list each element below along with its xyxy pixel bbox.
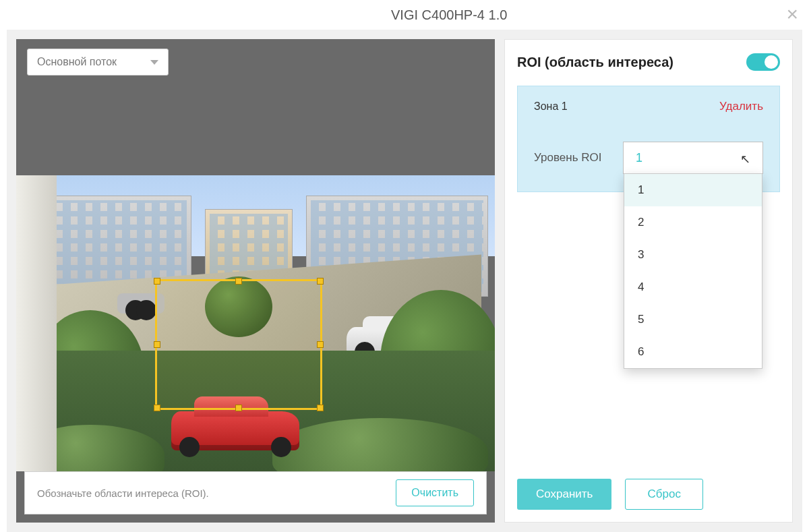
stream-select-label: Основной поток: [37, 56, 117, 68]
roi-level-dropdown: 1 2 3 4 5 6: [624, 173, 762, 369]
video-panel: Основной поток: [16, 39, 495, 523]
window-title: VIGI C400HP-4 1.0: [391, 7, 661, 23]
chevron-down-icon: [150, 60, 158, 65]
save-button[interactable]: Сохранить: [517, 479, 611, 510]
roi-level-option[interactable]: 3: [624, 239, 762, 271]
clear-button[interactable]: Очистить: [396, 479, 474, 506]
roi-handle[interactable]: [317, 341, 324, 348]
roi-level-select[interactable]: 1 ↖ 1 2 3 4 5 6: [623, 142, 763, 174]
roi-handle[interactable]: [317, 405, 324, 411]
roi-level-option[interactable]: 5: [624, 303, 762, 336]
zone-delete-link[interactable]: Удалить: [719, 100, 763, 113]
roi-handle[interactable]: [154, 405, 160, 411]
reset-button[interactable]: Сброс: [625, 479, 702, 510]
roi-selection-box[interactable]: [155, 279, 322, 410]
roi-handle[interactable]: [235, 278, 242, 285]
stream-select[interactable]: Основной поток: [27, 49, 169, 76]
cursor-icon: ↖: [740, 152, 750, 167]
settings-title: ROI (область интереса): [517, 55, 673, 70]
roi-level-value: 1: [636, 151, 642, 165]
hint-bar: Обозначьте области интереса (ROI). Очист…: [24, 471, 487, 514]
roi-level-label: Уровень ROI: [534, 151, 608, 165]
settings-header: ROI (область интереса): [517, 53, 780, 71]
toggle-knob: [765, 55, 778, 69]
footer-buttons: Сохранить Сброс: [517, 479, 780, 510]
zone-name: Зона 1: [534, 100, 568, 113]
zone-card: Зона 1 Удалить Уровень ROI 1 ↖ 1 2 3 4 5…: [517, 86, 780, 192]
roi-toggle[interactable]: [746, 53, 780, 71]
title-bar: VIGI C400HP-4 1.0 ×: [0, 0, 809, 30]
roi-handle[interactable]: [154, 341, 160, 348]
settings-panel: ROI (область интереса) Зона 1 Удалить Ур…: [504, 39, 793, 523]
roi-handle[interactable]: [235, 405, 242, 411]
video-preview[interactable]: [16, 175, 495, 471]
roi-handle[interactable]: [317, 278, 324, 285]
roi-level-option[interactable]: 4: [624, 271, 762, 303]
hint-text: Обозначьте области интереса (ROI).: [37, 487, 209, 499]
workspace: Основной поток: [7, 30, 802, 532]
close-icon[interactable]: ×: [786, 4, 798, 24]
roi-level-option[interactable]: 2: [624, 206, 762, 239]
roi-level-option[interactable]: 1: [624, 174, 762, 206]
roi-handle[interactable]: [154, 278, 160, 285]
roi-level-option[interactable]: 6: [624, 336, 762, 368]
